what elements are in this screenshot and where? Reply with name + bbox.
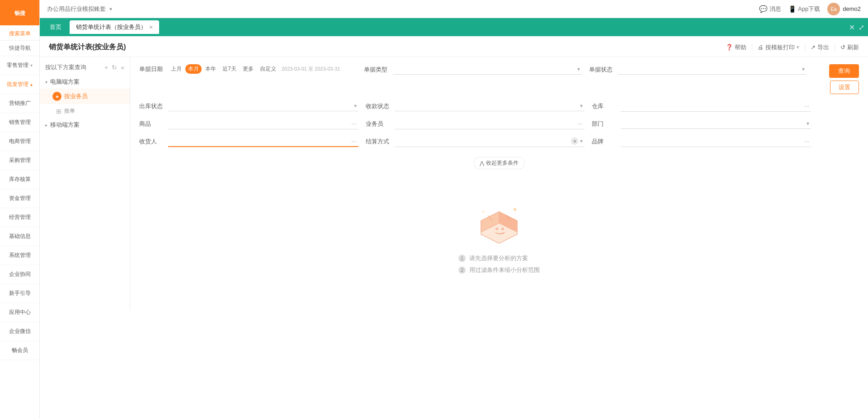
tab-maximize-icon[interactable]: ⤢ [859, 23, 864, 32]
scheme-item-by-salesman[interactable]: ★ 按业务员 [40, 89, 130, 104]
date-range-display: 2023-03-01 至 2023-03-31 [282, 66, 340, 72]
brand-dropdown[interactable]: ··· [621, 136, 811, 147]
out-status-label: 出库状态 [139, 102, 165, 110]
tab-sales-stat[interactable]: 销货单统计表（按业务员） × [70, 20, 159, 34]
warehouse-label: 仓库 [592, 102, 617, 110]
collapse-up-icon: ⋀ [480, 160, 484, 166]
tab-actions: ✕ ⤢ [849, 23, 864, 32]
page-header: 销货单统计表(按业务员) ❓ 帮助 🖨 按模板打印 ▾ ↗ [40, 36, 868, 57]
refresh-button[interactable]: ↺ 刷新 [840, 43, 859, 52]
sidebar-item-purchase[interactable]: 采购管理 [0, 151, 39, 170]
scheme-item-by-order[interactable]: ⊞ 按单 [40, 104, 130, 118]
tab-bar: 首页 销货单统计表（按业务员） × ✕ ⤢ [40, 18, 868, 36]
doc-status-dropdown[interactable]: ▾ [618, 64, 807, 75]
scheme-group-pc-header[interactable]: ▾ 电脑端方案 [40, 75, 130, 89]
tab-close-icon[interactable]: × [149, 24, 153, 30]
chevron-up-icon: ▴ [30, 82, 33, 87]
sidebar-item-finance[interactable]: 资金管理 [0, 189, 39, 208]
tab-home[interactable]: 首页 [43, 20, 68, 34]
refresh-scheme-icon[interactable]: ↻ [112, 64, 117, 71]
filter-section: 按以下方案查询 + ↻ « ▾ 电脑端方案 [40, 57, 868, 310]
header-right: 💬 消息 📱 App下载 Ea demo2 [759, 3, 861, 15]
user-profile[interactable]: Ea demo2 [827, 3, 861, 15]
warehouse-dropdown[interactable]: ··· [621, 100, 811, 112]
sidebar-search-label[interactable]: 搜索菜单 [0, 25, 39, 41]
sidebar-item-retail[interactable]: 零售管理 ▾ [0, 56, 39, 75]
app-download-action[interactable]: 📱 App下载 [788, 5, 820, 13]
salesman-label: 业务员 [366, 120, 391, 128]
settings-button[interactable]: 设置 [830, 81, 859, 94]
app-selector-dropdown-icon[interactable]: ▾ [109, 6, 112, 12]
goods-label: 商品 [139, 120, 165, 128]
download-icon: 📱 [788, 5, 796, 13]
date-this-month[interactable]: 本月 [185, 64, 202, 74]
collapse-panel-icon[interactable]: « [121, 64, 124, 71]
sidebar-item-system[interactable]: 系统管理 [0, 246, 39, 265]
brand-label: 品牌 [592, 138, 617, 146]
brand-more-icon[interactable]: ··· [804, 138, 811, 145]
dept-chevron-icon: ▾ [807, 120, 811, 127]
doc-type-dropdown[interactable]: ▾ [393, 64, 581, 75]
svg-point-7 [514, 208, 516, 211]
out-status-dropdown[interactable]: ▾ [168, 101, 359, 111]
filter-brand-col: 品牌 ··· [592, 136, 811, 147]
filter-receipt-status-col: 收款状态 ▾ [366, 101, 585, 111]
sidebar-shortcut-label[interactable]: 快捷导航 [0, 41, 39, 56]
export-button[interactable]: ↗ 导出 [811, 43, 829, 52]
message-action[interactable]: 💬 消息 [759, 5, 781, 13]
message-icon: 💬 [759, 5, 768, 13]
sidebar-item-member[interactable]: 畅会员 [0, 341, 39, 360]
doc-status-label: 单据状态 [589, 66, 614, 74]
filter-date-col: 单据日期 上月 本月 本年 近7天 更多 自定义 2023-03-01 至 20… [139, 64, 357, 74]
sidebar-item-marketing[interactable]: 营销推广 [0, 94, 39, 113]
goods-dropdown[interactable]: ··· [168, 118, 359, 129]
tip-num-1: 1 [458, 255, 466, 262]
warehouse-more-icon[interactable]: ··· [804, 102, 811, 109]
main-area: 办公用品行业模拟账套 ▾ 💬 消息 📱 App下载 Ea demo2 首页 [40, 0, 868, 418]
sidebar-item-apps[interactable]: 应用中心 [0, 303, 39, 322]
receiver-more-icon[interactable]: ··· [351, 138, 359, 145]
filter-goods-col: 商品 ··· [139, 118, 359, 129]
receiver-input[interactable] [168, 136, 351, 146]
page-actions: ❓ 帮助 🖨 按模板打印 ▾ ↗ 导出 [726, 43, 859, 52]
date-more[interactable]: 更多 [240, 64, 256, 74]
dept-dropdown[interactable]: ▾ [621, 119, 811, 129]
sidebar-item-stock[interactable]: 库存核算 [0, 170, 39, 189]
filter-salesman-col: 业务员 ··· [366, 118, 585, 129]
divider-2 [805, 44, 805, 51]
sidebar-logo[interactable]: 畅捷 [0, 0, 39, 25]
salesman-dropdown[interactable]: ··· [395, 118, 585, 129]
left-panel-header: 按以下方案查询 + ↻ « [40, 62, 130, 75]
filter-dept-col: 部门 ▾ [592, 119, 811, 129]
date-this-year[interactable]: 本年 [203, 64, 219, 74]
print-button[interactable]: 🖨 按模板打印 ▾ [758, 43, 799, 52]
collapse-button[interactable]: ⋀ 收起更多条件 [474, 157, 524, 169]
sidebar-item-ecommerce[interactable]: 电商管理 [0, 132, 39, 151]
action-buttons: 查询 设置 [818, 64, 859, 94]
refresh-icon: ↺ [840, 44, 845, 51]
sidebar-item-enterprise[interactable]: 企业协同 [0, 265, 39, 284]
query-button[interactable]: 查询 [829, 64, 859, 78]
salesman-more-icon[interactable]: ··· [578, 120, 585, 127]
receipt-status-dropdown[interactable]: ▾ [395, 101, 585, 111]
add-scheme-icon[interactable]: + [104, 64, 108, 71]
sidebar-item-basic[interactable]: 基础信息 [0, 227, 39, 246]
help-button[interactable]: ❓ 帮助 [726, 43, 746, 52]
date-last-month[interactable]: 上月 [168, 64, 184, 74]
left-panel-icons: + ↻ « [104, 64, 124, 71]
scheme-group-pc: ▾ 电脑端方案 ★ 按业务员 ⊞ 按单 [40, 75, 130, 118]
sidebar-item-sales[interactable]: 销售管理 [0, 113, 39, 132]
settlement-clear-icon[interactable]: × [571, 138, 578, 145]
tab-close-window-icon[interactable]: ✕ [849, 23, 855, 32]
sidebar-item-newbie[interactable]: 新手引导 [0, 284, 39, 303]
settlement-dropdown[interactable]: × ▾ [395, 136, 585, 147]
goods-more-icon[interactable]: ··· [351, 120, 359, 127]
date-custom[interactable]: 自定义 [257, 64, 279, 74]
sidebar-item-operations[interactable]: 经营管理 [0, 208, 39, 227]
sidebar: 畅捷 搜索菜单 快捷导航 零售管理 ▾ 批发管理 ▴ 营销推广 销售管理 电商管… [0, 0, 40, 418]
sidebar-item-wholesale[interactable]: 批发管理 ▴ [0, 75, 39, 94]
scheme-group-mobile-header[interactable]: ▸ 移动端方案 [40, 118, 130, 132]
divider-1 [752, 44, 752, 51]
sidebar-item-wechat[interactable]: 企业微信 [0, 322, 39, 341]
date-last-7[interactable]: 近7天 [220, 64, 239, 74]
